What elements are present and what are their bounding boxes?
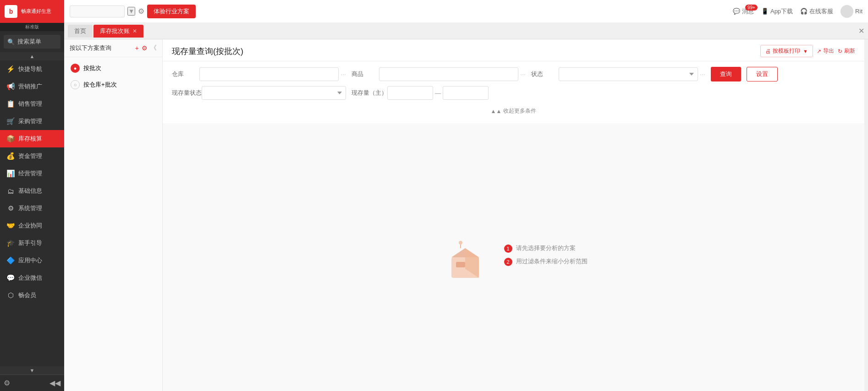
- scheme-inactive-icon: ○: [71, 80, 80, 89]
- user-profile-button[interactable]: Rit: [841, 5, 863, 18]
- marketing-icon: 📢: [6, 82, 15, 91]
- system-icon: ⚙: [6, 204, 15, 212]
- scheme-active-icon: ●: [71, 64, 80, 73]
- content-close-button[interactable]: ✕: [858, 27, 864, 35]
- sidebar-item-newguide[interactable]: 🎓 新手引导: [0, 234, 64, 252]
- sidebar-item-basic[interactable]: 🗂 基础信息: [0, 182, 64, 200]
- printer-icon: 🖨: [765, 48, 771, 54]
- stock-qty-filter-field: 现存量（主） —: [352, 86, 526, 100]
- warehouse-more-icon[interactable]: ···: [341, 71, 346, 78]
- scheme-query-label: 按以下方案查询: [70, 44, 111, 52]
- tab-close-icon[interactable]: ✕: [132, 28, 137, 34]
- sidebar-search-area: 🔍 搜索菜单: [0, 31, 64, 52]
- app-logo: b: [5, 5, 17, 18]
- sidebar-navigation: ⚡ 快捷导航 📢 营销推广 📋 销售管理 🛒 采购管理 📦 库存核算 💰 资金管…: [0, 60, 64, 366]
- page-title-bar: 现存量查询(按批次) 🖨 按模板打印 ▼ ↗ 导出 ↻ 刷新: [163, 39, 864, 61]
- collapse-sidebar-button[interactable]: ◀◀: [49, 379, 60, 387]
- settings-button[interactable]: 设置: [747, 67, 778, 81]
- filter-row-1: 仓库 ··· 商品 ··· 状态 ···: [172, 67, 855, 81]
- scheme-settings-button[interactable]: ⚙: [142, 45, 148, 51]
- trial-industry-button[interactable]: 体验行业方案: [147, 5, 196, 18]
- headset-icon: 🎧: [800, 8, 808, 15]
- warehouse-label: 仓库: [172, 70, 199, 78]
- appstore-icon: 🔷: [6, 256, 15, 265]
- stock-status-select[interactable]: [202, 86, 346, 100]
- status-select[interactable]: [559, 67, 698, 81]
- stock-qty-dash: —: [435, 90, 441, 97]
- sidebar-item-quicknav[interactable]: ⚡ 快捷导航: [0, 60, 64, 78]
- sidebar-item-wechat[interactable]: 💬 企业微信: [0, 269, 64, 287]
- empty-state: 1 请先选择要分析的方案 2 用过滤条件来缩小分析范围: [163, 123, 864, 391]
- stock-status-filter-field: 现存量状态: [172, 86, 346, 100]
- product-more-icon[interactable]: ···: [520, 71, 526, 78]
- breadcrumb-input[interactable]: [70, 5, 125, 17]
- message-icon: 💬: [733, 8, 740, 15]
- scroll-down-button[interactable]: ▼: [0, 366, 64, 375]
- add-scheme-button[interactable]: +: [135, 45, 139, 51]
- tab-inventory-batch[interactable]: 库存批次账 ✕: [93, 25, 143, 38]
- sidebar-item-enterprise[interactable]: 🤝 企业协同: [0, 217, 64, 234]
- sidebar-item-appstore[interactable]: 🔷 应用中心: [0, 252, 64, 269]
- messages-button[interactable]: 💬 消息 99+: [733, 7, 754, 16]
- phone-icon: 📱: [761, 8, 769, 15]
- sidebar: b 畅康通好生意 标准版 🔍 搜索菜单 ▲ ⚡ 快捷导航 📢 营销推广 📋 销售…: [0, 0, 64, 391]
- topbar-breadcrumb: ▼ ⚙ 体验行业方案: [70, 5, 729, 18]
- filter-row-2: 现存量状态 现存量（主） —: [172, 86, 855, 100]
- app-version: 标准版: [0, 23, 64, 31]
- sidebar-item-operation[interactable]: 📊 经营管理: [0, 165, 64, 182]
- enterprise-icon: 🤝: [6, 222, 15, 230]
- sidebar-item-sales[interactable]: 📋 销售管理: [0, 95, 64, 113]
- settings-footer-button[interactable]: ⚙: [4, 379, 10, 387]
- export-button[interactable]: ↗ 导出: [817, 47, 834, 55]
- filter-area: 仓库 ··· 商品 ··· 状态 ···: [163, 61, 864, 123]
- empty-tips-list: 1 请先选择要分析的方案 2 用过滤条件来缩小分析范围: [504, 244, 588, 271]
- collapse-conditions-button[interactable]: ▲▲ 收起更多条件: [172, 104, 855, 118]
- online-service-button[interactable]: 🎧 在线客服: [800, 7, 833, 16]
- product-label: 商品: [352, 70, 379, 78]
- title-actions: 🖨 按模板打印 ▼ ↗ 导出 ↻ 刷新: [760, 45, 855, 57]
- sidebar-item-member[interactable]: ⬡ 畅会员: [0, 287, 64, 304]
- tabbar: 首页 库存批次账 ✕ ✕: [64, 23, 868, 39]
- empty-tip-1: 1 请先选择要分析的方案: [504, 244, 588, 253]
- member-icon: ⬡: [6, 291, 15, 299]
- sidebar-item-inventory[interactable]: 📦 库存核算: [0, 130, 64, 147]
- product-input[interactable]: [379, 67, 518, 81]
- finance-icon: 💰: [6, 152, 15, 160]
- query-button[interactable]: 查询: [711, 67, 741, 81]
- app-download-button[interactable]: 📱 App下载: [761, 7, 793, 16]
- left-panel-header: 按以下方案查询 + ⚙ 《: [64, 39, 162, 57]
- right-scrollbar[interactable]: [864, 39, 868, 391]
- topbar-right: 💬 消息 99+ 📱 App下载 🎧 在线客服 Rit: [733, 5, 863, 18]
- tab-home[interactable]: 首页: [68, 25, 93, 38]
- svg-rect-3: [456, 262, 465, 267]
- sidebar-item-finance[interactable]: 💰 资金管理: [0, 147, 64, 165]
- sidebar-item-marketing[interactable]: 📢 营销推广: [0, 78, 64, 95]
- warehouse-input[interactable]: [199, 67, 339, 81]
- stock-qty-min-input[interactable]: [387, 86, 433, 100]
- status-label: 状态: [531, 70, 559, 78]
- status-filter-field: 状态 ···: [531, 67, 705, 81]
- scheme-item-batch[interactable]: ● 按批次: [64, 60, 162, 76]
- print-button[interactable]: 🖨 按模板打印 ▼: [760, 45, 813, 57]
- stock-qty-max-input[interactable]: [443, 86, 489, 100]
- collapse-panel-button[interactable]: 《: [150, 44, 157, 52]
- sidebar-item-purchase[interactable]: 🛒 采购管理: [0, 113, 64, 130]
- sidebar-footer: ⚙ ◀◀: [0, 375, 64, 391]
- scheme-item-warehouse-batch[interactable]: ○ 按仓库+批次: [64, 76, 162, 93]
- search-menu-button[interactable]: 🔍 搜索菜单: [4, 35, 60, 49]
- sidebar-item-system[interactable]: ⚙ 系统管理: [0, 200, 64, 217]
- wechat-icon: 💬: [6, 274, 15, 282]
- breadcrumb-arrow-button[interactable]: ▼: [127, 7, 135, 16]
- scroll-up-button[interactable]: ▲: [0, 52, 64, 60]
- main-area: ▼ ⚙ 体验行业方案 💬 消息 99+ 📱 App下载 🎧 在线客服 Rit: [64, 0, 868, 391]
- quicknav-icon: ⚡: [6, 65, 15, 73]
- print-dropdown-icon: ▼: [803, 49, 808, 54]
- warehouse-filter-field: 仓库 ···: [172, 67, 346, 81]
- stock-status-label: 现存量状态: [172, 89, 202, 97]
- basic-icon: 🗂: [6, 187, 15, 195]
- empty-illustration: [440, 232, 490, 282]
- svg-point-5: [459, 241, 462, 244]
- status-more-icon[interactable]: ···: [700, 71, 705, 78]
- refresh-button[interactable]: ↻ 刷新: [838, 47, 855, 55]
- topbar-gear-button[interactable]: ⚙: [138, 7, 144, 16]
